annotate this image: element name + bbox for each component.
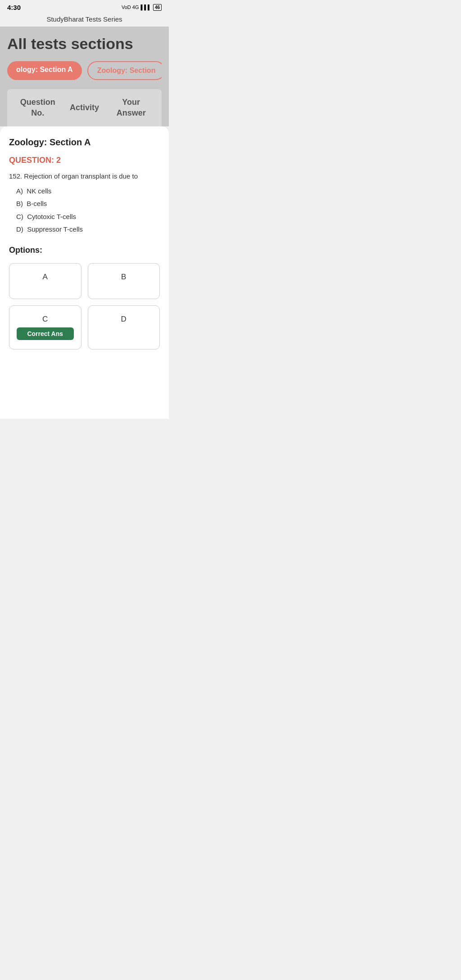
bg-section: All tests sections ology: Section A Zool…	[0, 27, 169, 126]
section-label: Zoology: Section A	[9, 137, 160, 148]
status-bar: 4:30 VoD 4G ▌▌▌ 46	[0, 0, 169, 13]
question-number: QUESTION: 2	[9, 156, 160, 165]
status-icons: VoD 4G ▌▌▌ 46	[122, 4, 162, 11]
answer-option-a[interactable]: A	[9, 263, 81, 299]
page-title: All tests sections	[7, 36, 162, 52]
correct-ans-badge: Correct Ans	[17, 327, 74, 340]
network-icon: VoD 4G	[122, 4, 139, 10]
tab-botany-section-a[interactable]: ology: Section A	[7, 61, 82, 80]
col-activity: Activity	[61, 103, 108, 113]
option-a: A) NK cells	[16, 186, 160, 197]
table-header: QuestionNo. Activity YourAnswer	[7, 89, 162, 126]
question-text: 152. Rejection of organ transplant is du…	[9, 171, 160, 182]
options-label: Options:	[9, 246, 160, 255]
question-options: A) NK cells B) B-cells C) Cytotoxic T-ce…	[9, 186, 160, 235]
col-your-answer: YourAnswer	[108, 97, 154, 118]
status-time: 4:30	[7, 4, 21, 11]
signal-bars: ▌▌▌	[140, 4, 151, 10]
tab-zoology-section[interactable]: Zoology: Section	[87, 61, 162, 80]
answer-option-c[interactable]: C Correct Ans	[9, 305, 81, 349]
option-b: B) B-cells	[16, 199, 160, 209]
answer-option-d[interactable]: D	[88, 305, 160, 349]
question-card: Zoology: Section A QUESTION: 2 152. Reje…	[0, 126, 169, 419]
app-title: StudyBharat Tests Series	[46, 15, 122, 23]
app-header: StudyBharat Tests Series	[0, 13, 169, 27]
option-d: D) Suppressor T-cells	[16, 224, 160, 235]
option-c: C) Cytotoxic T-cells	[16, 212, 160, 222]
battery-icon: 46	[153, 4, 162, 11]
options-grid: A B C Correct Ans D	[9, 263, 160, 349]
col-question-no: QuestionNo.	[14, 97, 61, 118]
answer-option-b[interactable]: B	[88, 263, 160, 299]
section-tabs: ology: Section A Zoology: Section	[7, 61, 162, 80]
